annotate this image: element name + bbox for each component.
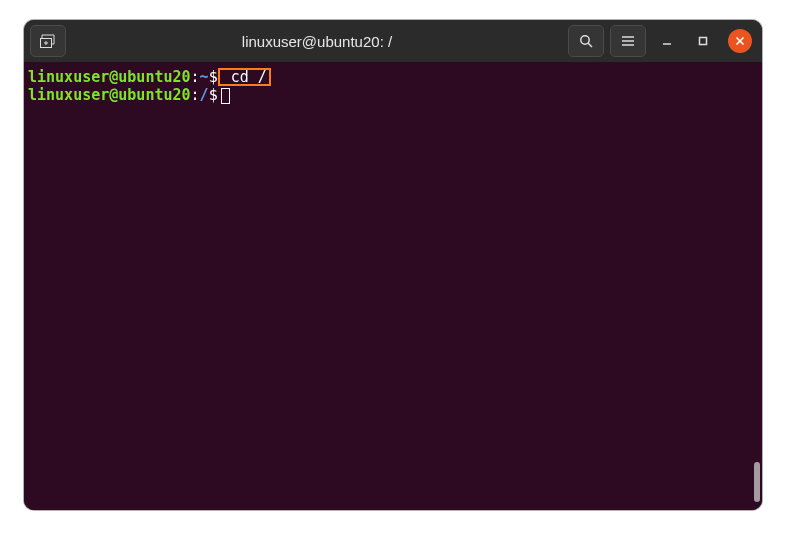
scrollbar-thumb[interactable] xyxy=(754,462,760,502)
terminal-line: linuxuser@ubuntu20:/$ xyxy=(28,86,758,104)
terminal-line: linuxuser@ubuntu20:~$ cd / xyxy=(28,68,758,86)
terminal-window: linuxuser@ubuntu20: / xyxy=(24,20,762,510)
search-button[interactable] xyxy=(568,25,604,57)
hamburger-icon xyxy=(621,35,635,47)
terminal-body[interactable]: linuxuser@ubuntu20:~$ cd / linuxuser@ubu… xyxy=(24,62,762,510)
minimize-button[interactable] xyxy=(652,28,682,54)
terminal-cursor xyxy=(221,88,230,104)
command-text: cd / xyxy=(222,68,267,86)
new-tab-button[interactable] xyxy=(30,25,66,57)
prompt-path: ~ xyxy=(200,68,209,86)
prompt-colon: : xyxy=(191,68,200,86)
prompt-colon: : xyxy=(191,86,200,104)
maximize-button[interactable] xyxy=(688,28,718,54)
command-highlight: cd / xyxy=(218,68,271,86)
prompt-user: linuxuser@ubuntu20 xyxy=(28,68,191,86)
search-icon xyxy=(579,34,593,48)
prompt-dollar: $ xyxy=(209,86,218,104)
new-tab-icon xyxy=(40,34,56,48)
svg-rect-9 xyxy=(700,38,707,45)
window-title: linuxuser@ubuntu20: / xyxy=(72,33,562,50)
menu-button[interactable] xyxy=(610,25,646,57)
svg-line-4 xyxy=(588,43,592,47)
prompt-user: linuxuser@ubuntu20 xyxy=(28,86,191,104)
close-button[interactable] xyxy=(728,29,752,53)
maximize-icon xyxy=(697,35,709,47)
prompt-path: / xyxy=(200,86,209,104)
close-icon xyxy=(735,36,745,46)
svg-point-3 xyxy=(581,36,589,44)
minimize-icon xyxy=(661,35,673,47)
titlebar: linuxuser@ubuntu20: / xyxy=(24,20,762,62)
prompt-dollar: $ xyxy=(209,68,218,86)
